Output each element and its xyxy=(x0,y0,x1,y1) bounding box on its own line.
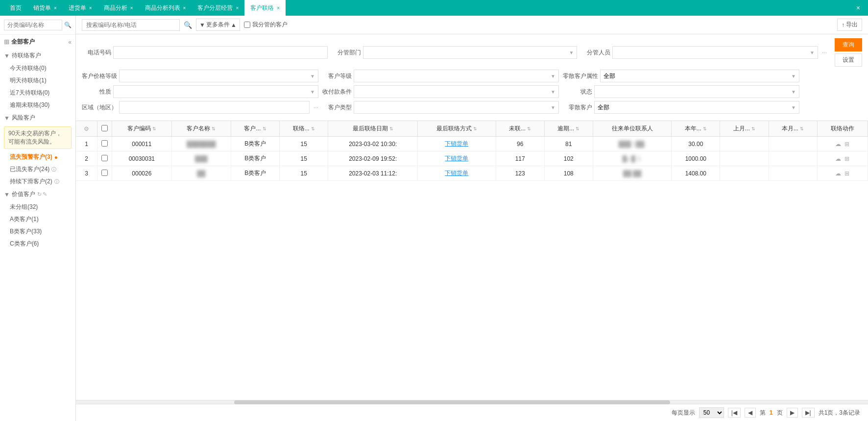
close-analysislist-tab[interactable]: × xyxy=(183,5,186,11)
filter-region-select[interactable] xyxy=(119,101,310,114)
nav-tab-analysislist[interactable]: 商品分析列表 × xyxy=(139,0,192,16)
sidebar-item-bclass[interactable]: B类客户(33) xyxy=(0,225,75,238)
sort-thisyear-icon[interactable]: ⇅ xyxy=(703,126,707,131)
cell-checkbox-1[interactable] xyxy=(97,151,112,166)
cell-lastmonth-0 xyxy=(720,137,769,151)
sidebar-section-header-pending[interactable]: ▼ 待联络客户 xyxy=(0,49,75,62)
my-customers-checkbox[interactable] xyxy=(244,22,250,28)
sidebar-item-7days[interactable]: 近7天待联络(0) xyxy=(0,87,75,99)
select-all-checkbox[interactable] xyxy=(101,125,108,131)
filter-person-select[interactable]: ▼ xyxy=(612,46,818,59)
value-refresh-icon[interactable]: ↻ xyxy=(37,191,42,198)
filter-customertype-select[interactable]: ▼ xyxy=(354,101,559,114)
sidebar-item-aclass[interactable]: A类客户(1) xyxy=(0,213,75,225)
nav-tab-purchaseorder[interactable]: 进货单 × xyxy=(63,0,98,16)
my-customers-checkbox-label[interactable]: 我分管的客户 xyxy=(244,21,288,29)
sidebar-search-input[interactable] xyxy=(4,20,62,30)
filter-scattercustomer-select[interactable]: 全部 ▼ xyxy=(594,101,799,114)
cell-action-0[interactable]: ☁ ⊞ xyxy=(817,137,868,151)
nav-tab-salesorder[interactable]: 销货单 × xyxy=(27,0,63,16)
export-button[interactable]: ↑ 导出 xyxy=(837,19,862,31)
main-search-input[interactable] xyxy=(82,19,180,31)
sidebar-section-header-value[interactable]: ▼ 价值客户 ↻ ✎ xyxy=(0,188,75,201)
value-edit-icon[interactable]: ✎ xyxy=(43,191,47,198)
cell-lastmethod-2[interactable]: 下销货单 xyxy=(418,166,496,181)
sort-lastmethod-icon[interactable]: ⇅ xyxy=(473,126,477,131)
action-grid-icon-1[interactable]: ⊞ xyxy=(844,155,849,162)
col-gear[interactable]: ⚙ xyxy=(76,121,97,137)
nav-home[interactable]: 首页 xyxy=(4,4,27,12)
settings-button[interactable]: 设置 xyxy=(835,53,862,67)
next-page-btn[interactable]: ▶ xyxy=(787,408,798,418)
close-purchaseorder-tab[interactable]: × xyxy=(89,5,92,11)
table-gear-icon[interactable]: ⚙ xyxy=(84,125,89,132)
sidebar-item-tomorrow[interactable]: 明天待联络(1) xyxy=(0,74,75,87)
filter-payment-select[interactable]: ▼ xyxy=(354,85,559,98)
close-salesorder-tab[interactable]: × xyxy=(54,5,57,11)
row-checkbox-2[interactable] xyxy=(101,170,108,176)
row-checkbox-1[interactable] xyxy=(101,155,108,161)
nav-tab-customercontact[interactable]: 客户联络 × xyxy=(244,0,286,16)
sort-thismonth-icon[interactable]: ⇅ xyxy=(800,126,804,131)
close-customerlevel-tab[interactable]: × xyxy=(236,5,239,11)
sidebar-root-label[interactable]: 全部客户 xyxy=(11,38,35,46)
cell-action-1[interactable]: ☁ ⊞ xyxy=(817,151,868,166)
cell-lastmethod-0[interactable]: 下销货单 xyxy=(418,137,496,151)
sidebar-item-churned[interactable]: 已流失客户(24) ⓘ xyxy=(0,163,75,175)
main-search-button[interactable]: 🔍 xyxy=(184,21,192,29)
action-cloud-icon-2[interactable]: ☁ xyxy=(835,170,841,177)
action-grid-icon-0[interactable]: ⊞ xyxy=(844,141,849,148)
sort-type-icon[interactable]: ⇅ xyxy=(263,126,266,131)
sort-code-icon[interactable]: ⇅ xyxy=(152,126,156,131)
last-page-btn[interactable]: ▶| xyxy=(802,408,815,418)
close-analysis-tab[interactable]: × xyxy=(130,5,133,11)
filter-phone-input[interactable] xyxy=(113,46,328,59)
filter-dept-select[interactable]: ▼ xyxy=(363,46,578,59)
col-checkbox[interactable] xyxy=(97,121,112,137)
filter-status-select[interactable]: ▼ xyxy=(594,85,799,98)
row-checkbox-0[interactable] xyxy=(101,140,108,147)
sidebar-section-header-risk[interactable]: ▼ 风险客户 xyxy=(0,111,75,124)
filter-person-ellipsis[interactable]: ··· xyxy=(822,49,827,56)
sort-overdue-icon[interactable]: ⇅ xyxy=(576,126,579,131)
page-size-select[interactable]: 50 100 200 xyxy=(699,407,724,418)
cell-action-2[interactable]: ☁ ⊞ xyxy=(817,166,868,181)
bottom-scrollbar[interactable] xyxy=(76,400,868,404)
filter-pricelevel-select[interactable]: ▼ xyxy=(119,70,318,82)
sort-contact-icon[interactable]: ⇅ xyxy=(311,126,315,131)
cell-checkbox-0[interactable] xyxy=(97,137,112,151)
sidebar-item-overdue[interactable]: 逾期未联络(30) xyxy=(0,99,75,111)
query-button[interactable]: 查询 xyxy=(835,38,862,51)
cell-checkbox-2[interactable] xyxy=(97,166,112,181)
sidebar-collapse-icon[interactable]: « xyxy=(68,39,72,46)
lastmethod-link-1[interactable]: 下销货单 xyxy=(445,155,468,162)
sidebar-item-ungroup[interactable]: 未分组(32) xyxy=(0,201,75,213)
sort-name-icon[interactable]: ⇅ xyxy=(212,126,216,131)
bottom-scrollbar-thumb[interactable] xyxy=(234,400,670,404)
filter-scatterprop-select[interactable]: 全部 ▼ xyxy=(600,70,799,82)
lastmethod-link-0[interactable]: 下销货单 xyxy=(445,140,468,147)
filter-region-ellipsis[interactable]: ··· xyxy=(313,104,318,111)
close-customercontact-tab[interactable]: × xyxy=(277,5,280,11)
prev-page-btn[interactable]: ◀ xyxy=(745,408,756,418)
filter-nature-select[interactable]: ▼ xyxy=(113,85,318,98)
more-filter-button[interactable]: ▼ 更多条件 ▲ xyxy=(196,19,240,31)
sidebar-item-today[interactable]: 今天待联络(0) xyxy=(0,62,75,74)
action-grid-icon-2[interactable]: ⊞ xyxy=(844,170,849,177)
sidebar-item-declining[interactable]: 持续下滑客户(2) ⓘ xyxy=(0,175,75,188)
nav-tab-analysis[interactable]: 商品分析 × xyxy=(98,0,139,16)
sidebar-item-churnwarning[interactable]: 流失预警客户(3) ● xyxy=(0,151,75,163)
cell-lastmethod-1[interactable]: 下销货单 xyxy=(418,151,496,166)
filter-customerlevel-select[interactable]: ▼ xyxy=(354,70,559,82)
first-page-btn[interactable]: |◀ xyxy=(728,408,741,418)
action-cloud-icon-1[interactable]: ☁ xyxy=(835,155,841,162)
sort-lastmonth-icon[interactable]: ⇅ xyxy=(751,126,755,131)
nav-tab-customerlevel[interactable]: 客户分层经营 × xyxy=(192,0,244,16)
sort-uncontacted-icon[interactable]: ⇅ xyxy=(527,126,531,131)
close-window-btn[interactable]: × xyxy=(852,4,864,12)
lastmethod-link-2[interactable]: 下销货单 xyxy=(445,170,468,176)
sidebar-item-cclass[interactable]: C类客户(6) xyxy=(0,238,75,250)
sort-lastdate-icon[interactable]: ⇅ xyxy=(389,126,393,131)
action-cloud-icon-0[interactable]: ☁ xyxy=(835,141,841,148)
sidebar-search-icon[interactable]: 🔍 xyxy=(64,22,72,28)
